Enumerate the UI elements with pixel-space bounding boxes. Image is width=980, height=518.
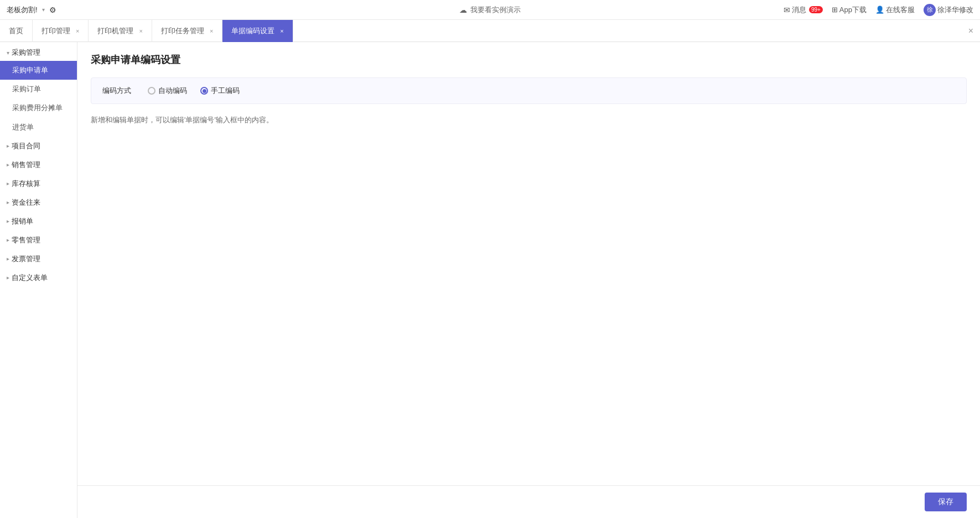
gear-icon[interactable] [49,6,56,14]
chevron-right-icon [7,199,9,205]
save-button[interactable]: 保存 [925,493,967,511]
tab-print-task-label: 打印任务管理 [161,26,204,36]
radio-manual-circle [200,87,208,95]
radio-manual[interactable]: 手工编码 [200,86,240,96]
sidebar-group-fund-flow[interactable]: 资金往来 [0,193,77,212]
chevron-right-icon [7,237,9,243]
tab-home[interactable]: 首页 [0,20,33,42]
chevron-down-icon [7,50,9,56]
tab-print-mgr-label: 打印管理 [42,26,70,36]
sidebar-group-inventory-label: 库存核算 [12,179,40,189]
msg-badge: 99+ [809,6,823,13]
tab-bar: 首页 打印管理 × 打印机管理 × 打印任务管理 × 单据编码设置 × × [0,20,980,42]
radio-manual-label: 手工编码 [211,86,240,96]
online-service-item[interactable]: 在线客服 [875,5,915,15]
sidebar-item-purchase-expense[interactable]: 采购费用分摊单 [0,99,77,117]
user-label: 徐泽华修改 [937,5,973,15]
tab-order-code[interactable]: 单据编码设置 × [222,20,293,42]
sidebar-group-returns-label: 报销单 [12,216,33,226]
sidebar-item-purchase-order-label: 采购订单 [12,85,41,93]
page-title: 采购申请单编码设置 [91,53,967,66]
tab-printer-mgr[interactable]: 打印机管理 × [89,20,152,42]
user-item[interactable]: 徐 徐泽华修改 [924,4,973,16]
tab-print-mgr-close[interactable]: × [76,28,79,34]
global-close-button[interactable]: × [968,26,980,36]
sidebar-group-invoice-label: 发票管理 [12,254,40,264]
sidebar-group-retail-mgr[interactable]: 零售管理 [0,231,77,250]
tab-order-code-close[interactable]: × [280,28,283,34]
content-inner: 采购申请单编码设置 编码方式 自动编码 手工编码 新增和编辑单据时，可以编辑'单… [77,42,980,485]
sidebar-group-custom-form[interactable]: 自定义表单 [0,268,77,287]
chevron-right-icon [7,256,9,262]
tab-home-label: 首页 [9,26,23,36]
sidebar-group-sales-mgr[interactable]: 销售管理 [0,156,77,174]
encoding-label: 编码方式 [102,86,131,96]
center-text: 我要看实例演示 [470,5,521,15]
sidebar-item-purchase-request[interactable]: 采购申请单 [0,61,77,80]
content-area: 采购申请单编码设置 编码方式 自动编码 手工编码 新增和编辑单据时，可以编辑'单… [77,42,980,518]
hint-text: 新增和编辑单据时，可以编辑'单据编号'输入框中的内容。 [91,115,967,125]
cloud-icon [459,6,467,14]
sidebar-group-purchase-mgr[interactable]: 采购管理 [0,42,77,61]
app-label: App下载 [839,5,867,15]
message-item[interactable]: 消息 99+ [784,5,823,15]
top-bar-right: 消息 99+ App下载 在线客服 徐 徐泽华修改 [784,4,973,16]
avatar: 徐 [924,4,936,16]
tab-print-task-close[interactable]: × [210,28,213,34]
radio-auto-label: 自动编码 [158,86,187,96]
sidebar-group-sales-label: 销售管理 [12,160,40,170]
tab-printer-mgr-close[interactable]: × [139,28,142,34]
chevron-right-icon [7,143,9,149]
sidebar-item-stock-in-label: 进货单 [12,123,34,131]
sidebar-item-purchase-request-label: 采购申请单 [12,66,48,74]
radio-auto-circle [148,87,155,95]
radio-auto[interactable]: 自动编码 [148,86,187,96]
tab-print-mgr[interactable]: 打印管理 × [33,20,89,42]
sidebar: 采购管理 采购申请单 采购订单 采购费用分摊单 进货单 项目合同 销售管理 库存… [0,42,77,518]
tab-print-task[interactable]: 打印任务管理 × [152,20,222,42]
msg-icon [784,6,790,14]
content-footer: 保存 [77,485,980,518]
sidebar-group-purchase-label: 采购管理 [12,48,40,58]
app-download-item[interactable]: App下载 [832,5,867,15]
radio-group: 自动编码 手工编码 [148,86,240,96]
top-bar: 老板勿割! 我要看实例演示 消息 99+ App下载 在线客服 徐 徐泽华修改 [0,0,980,20]
sidebar-group-retail-label: 零售管理 [12,235,40,245]
chevron-right-icon [7,162,9,168]
service-icon [875,6,884,14]
sidebar-group-inventory[interactable]: 库存核算 [0,174,77,193]
msg-label: 消息 [792,5,806,15]
sidebar-group-invoice-mgr[interactable]: 发票管理 [0,250,77,268]
sidebar-group-project-contract[interactable]: 项目合同 [0,137,77,156]
chevron-right-icon [7,274,9,281]
service-label: 在线客服 [886,5,915,15]
tab-order-code-label: 单据编码设置 [231,26,274,36]
sidebar-group-fund-label: 资金往来 [12,198,40,208]
tab-printer-mgr-label: 打印机管理 [97,26,133,36]
encoding-section: 编码方式 自动编码 手工编码 [91,77,967,104]
sidebar-item-purchase-order[interactable]: 采购订单 [0,80,77,99]
sidebar-item-purchase-expense-label: 采购费用分摊单 [12,103,63,112]
chevron-right-icon [7,180,9,187]
sidebar-group-custom-label: 自定义表单 [12,273,48,283]
sidebar-group-returns[interactable]: 报销单 [0,212,77,231]
main-layout: 采购管理 采购申请单 采购订单 采购费用分摊单 进货单 项目合同 销售管理 库存… [0,42,980,518]
top-bar-title: 老板勿割! [7,5,38,15]
chevron-down-icon[interactable] [42,7,45,13]
chevron-right-icon [7,218,9,224]
top-bar-left: 老板勿割! [7,5,56,15]
sidebar-item-stock-in[interactable]: 进货单 [0,118,77,137]
top-bar-center: 我要看实例演示 [459,5,521,15]
sidebar-group-project-label: 项目合同 [12,141,40,151]
app-icon [832,6,838,14]
